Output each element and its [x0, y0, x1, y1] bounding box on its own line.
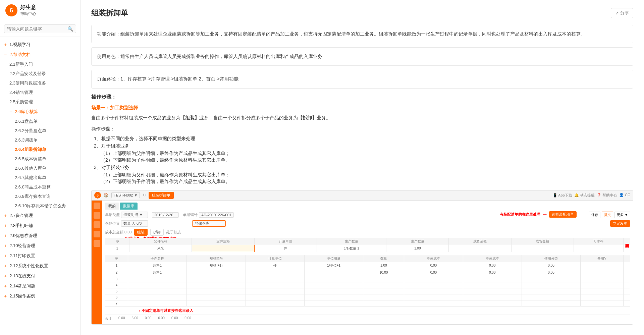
app-location-annotate: 弱储仓库: [192, 220, 226, 227]
logo-name: 好生意: [20, 4, 36, 11]
step3: 3、对于拆装业务: [94, 165, 633, 171]
intro-box-1: 功能介绍：组装拆卸单用来处理企业组装或拆卸等加工业务，支持有固定装配清单的产品加…: [91, 25, 633, 43]
lower-table-row-6: 6: [105, 294, 630, 300]
expand-icon: +: [4, 42, 7, 47]
app-mini-icon-1: [94, 203, 100, 209]
sidebar-item-cost-recalc[interactable]: 2.6.8商品成本重算: [0, 182, 80, 192]
lower-th-per-unit: 单位用量: [305, 255, 363, 262]
app-more-btn[interactable]: 更多 ▼: [614, 212, 630, 218]
main-content: 组装拆卸单 ↗ 分享 功能介绍：组装拆卸单用来处理企业组装或拆卸等加工业务，支持…: [80, 0, 644, 335]
upper-th-unit: 计量单位: [254, 238, 317, 245]
app-form-row-2: 仓储位置 数量 人 0/6 弱储仓库 立定发型: [105, 220, 630, 227]
share-button[interactable]: ↗ 分享: [611, 8, 633, 18]
lower-table-row-7: 7: [105, 300, 630, 306]
steps-title: 操作步骤：: [91, 94, 633, 100]
app-tab-mine[interactable]: 我的: [105, 203, 119, 210]
sidebar-item-help-docs[interactable]: − 2.帮助文档: [0, 50, 80, 60]
lower-th-qty: 数量: [363, 255, 404, 262]
app-tabs: 我的 数据库: [105, 203, 630, 210]
lower-th-cost1: 单位成本: [404, 255, 463, 262]
search-icon[interactable]: 🔍: [67, 26, 73, 32]
app-org-select[interactable]: TEST-H002 ▼: [111, 192, 140, 198]
sidebar-item-personalize[interactable]: + 2.12系统个性化设置: [0, 261, 80, 271]
sidebar-item-install-login[interactable]: 2.2产品安装及登录: [0, 69, 80, 78]
search-input[interactable]: [7, 26, 67, 32]
upper-th-parent-name: 父件名称: [129, 238, 192, 245]
sidebar-item-finance[interactable]: + 2.7资金管理: [0, 211, 80, 221]
sidebar-item-assembly[interactable]: 2.6.4组装拆卸单: [0, 145, 80, 154]
page-title: 组装拆卸单: [91, 8, 128, 18]
page-title-bar: 组装拆卸单 ↗ 分享: [91, 8, 633, 18]
sidebar-item-batch-stocktake[interactable]: 2.6.2分量盘点单: [0, 126, 80, 135]
screenshot-wrap: 6 🏠 TEST-H002 ▼ ↻ 组装拆卸单 📱 App下载 🔔 动态提醒 ❓…: [91, 190, 633, 325]
app-top-actions: 保存 提交 更多 ▼: [589, 212, 630, 218]
sidebar-item-other-in[interactable]: 2.6.6其他入库单: [0, 164, 80, 173]
upper-th-amount1: 成货金额: [449, 238, 511, 245]
app-mini-icon-5: [94, 240, 100, 247]
sidebar-item-transfer[interactable]: 2.6.3调拨单: [0, 135, 80, 145]
sidebar-item-cost-adjust[interactable]: 2.6.5成本调整单: [0, 154, 80, 164]
sidebar-item-new-user[interactable]: 2.1新手入门: [0, 60, 80, 69]
lower-th-actions: [624, 255, 630, 262]
app-content-inner: 我的 数据库 单据类型 组装明细 ▼ 2019-12-26 单据编: [102, 201, 633, 324]
logo-icon: 6: [5, 4, 17, 16]
upper-table-wrap: 序 父件名称 父件规格 计量单位 生产数量 生产数量 成货金额 成货金额 可库存: [105, 238, 630, 252]
sidebar-item-coupon[interactable]: + 2.9优惠券管理: [0, 231, 80, 241]
sidebar-item-mobile[interactable]: + 2.8手机旺铺: [0, 221, 80, 231]
app-apply-button[interactable]: 立定发型: [610, 220, 630, 227]
sidebar-item-inventory-query[interactable]: 2.6.9库存账本查询: [0, 192, 80, 201]
step1: 1、根据不同的业务，选择不同单据的类型来处理: [94, 136, 633, 142]
app-field-no: 单据编号 AD-20191226-001: [183, 212, 234, 218]
sidebar-item-faq[interactable]: + 2.14常见问题: [0, 281, 80, 291]
upper-th-amount2: 成货金额: [511, 238, 574, 245]
lower-th-seq: 序: [105, 255, 128, 262]
lower-th-spec: 规格型号: [187, 255, 246, 262]
lower-table-row-3: 3: [105, 276, 630, 282]
app-main-body: 我的 数据库 单据类型 组装明细 ▼ 2019-12-26 单据编: [92, 201, 633, 324]
intro-box-2: 使用角色：通常由生产人员或库管人员完成拆装业务的操作，库管人员确认原材料的出库和…: [91, 47, 633, 66]
app-tab-data[interactable]: 数据库: [120, 203, 138, 210]
app-new-bill-btn[interactable]: 组装拆卸单: [149, 192, 174, 199]
lower-table-row-1: 1 原料1 规格(+1) 件 1/单位+1 1.00 0.00 0.00 0.0…: [105, 262, 630, 269]
logo-text-wrap: 好生意 帮助中心: [20, 4, 36, 17]
app-home-icon: 🏠: [104, 193, 109, 198]
search-wrap[interactable]: 🔍: [4, 24, 76, 33]
arrow-icon-right: →: [542, 211, 548, 218]
app-type-assemble[interactable]: 组装: [134, 229, 148, 236]
lower-th-type: 使用分类: [522, 255, 580, 262]
steps-list: 1、根据不同的业务，选择不同单据的类型来处理 2、对于组装业务 （1）上部明细为…: [94, 136, 633, 185]
sidebar-item-inventory[interactable]: − 2.6库存核算: [0, 107, 80, 117]
search-bar: 🔍: [0, 21, 80, 37]
step2: 2、对于组装业务: [94, 143, 633, 149]
app-save-btn[interactable]: 保存: [589, 212, 600, 218]
app-mini-icon-4: [94, 231, 100, 237]
app-mini-icon-3: [94, 221, 100, 228]
sidebar-item-management[interactable]: + 2.10经营管理: [0, 241, 80, 251]
collapse-icon: −: [4, 52, 7, 57]
sidebar-item-inventory-error[interactable]: 2.6.10库存账本错了怎么办: [0, 201, 80, 211]
sidebar: 6 好生意 帮助中心 🔍 + 1.视频学习 − 2.帮助文档 2.1新手入门 2…: [0, 0, 80, 335]
sidebar-item-data-prep[interactable]: 2.3使用前数据准备: [0, 78, 80, 88]
sidebar-item-cases[interactable]: + 2.15操作案例: [0, 291, 80, 301]
sidebar-item-print[interactable]: + 2.11打印设置: [0, 251, 80, 261]
app-submit-btn[interactable]: 提交: [602, 212, 613, 218]
app-type-row-wrap: 成本总金额 0.00 组装 拆卸 处于状态 组装业务、拆卸业务在这里选择: [105, 229, 630, 236]
sidebar-item-sales[interactable]: 2.4销售管理: [0, 88, 80, 97]
upper-th-stock: 可库存: [574, 238, 623, 245]
sidebar-item-other-out[interactable]: 2.6.7其他出库单: [0, 173, 80, 182]
lower-table-row-2: 2 原料1 10.00 0.00 0.00 0.00: [105, 269, 630, 276]
app-type-disassemble[interactable]: 拆卸: [150, 229, 164, 236]
sidebar-item-purchase[interactable]: 2.5采购管理: [0, 97, 80, 107]
app-field-date: 2019-12-26: [152, 212, 179, 218]
sidebar-item-video-learning[interactable]: + 1.视频学习: [0, 40, 80, 50]
lower-table: 序 子件名称 规格型号 计量单位 单位用量 数量 单位成本 单位成本 使用分类: [105, 255, 630, 306]
lower-table-wrap: 序 子件名称 规格型号 计量单位 单位用量 数量 单位成本 单位成本 使用分类: [105, 255, 630, 306]
step3-1: （1）上部明细为父件明细，最终作为原材料生成其它出库单；: [101, 172, 633, 178]
step2-2: （2）下部明细为子件明细，最终作为原材料生成其它出库单。: [101, 157, 633, 163]
scene1-title: 场景一：加工类型选择: [91, 105, 633, 111]
sidebar-item-stocktake[interactable]: 2.6.1盘点单: [0, 117, 80, 126]
bom-button[interactable]: 选择装配清单: [549, 211, 577, 218]
sidebar-item-online-payment[interactable]: + 2.13在线支付: [0, 271, 80, 281]
lower-th-extra: 备用V: [581, 255, 624, 262]
app-mini-sidebar: [92, 201, 102, 324]
